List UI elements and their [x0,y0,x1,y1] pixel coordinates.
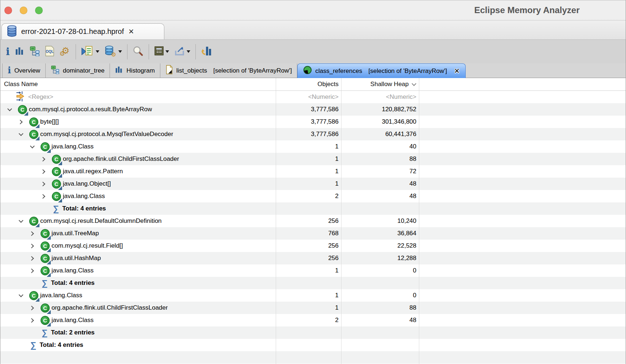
search-button[interactable] [130,43,146,61]
view-tab-Histogram[interactable]: Histogram [110,63,160,78]
shallow-heap-value: 88 [341,153,419,165]
heap-dump-details-button[interactable]: ⚙ [102,43,125,61]
column-header-objects[interactable]: Objects [276,78,341,90]
main-toolbar: i OQL ⚙⚙ [0,39,626,63]
empty-row [0,351,626,364]
overview-info-button[interactable]: i [3,43,12,61]
shallow-heap-value: 88 [341,302,419,314]
column-header-class-name[interactable]: Class Name [0,78,276,90]
class-name-label: java.lang.Class [51,267,93,274]
expand-chevron-icon[interactable] [28,319,36,322]
zoom-window-button[interactable] [35,7,43,14]
class-name-cell: ∑Total: 4 entries [0,202,276,215]
expand-chevron-icon[interactable] [40,182,47,186]
class-name-cell: Ccom.mysql.cj.protocol.a.MysqlTextValueD… [0,128,276,140]
open-oql-studio-button[interactable]: OQL [42,43,57,61]
view-tab-class_references[interactable]: class_references[selection of 'ByteArray… [297,63,466,78]
column-header-shallow-heap[interactable]: Shallow Heap [341,78,419,90]
expand-chevron-icon[interactable] [17,120,24,124]
expand-chevron-icon[interactable] [28,244,36,248]
tree-row[interactable]: Cbyte[][]3,777,586301,346,800 [0,116,626,128]
class-name-label: java.util.regex.Pattern [63,168,123,175]
dominator-tree-button[interactable] [27,43,42,61]
create-histogram-button[interactable] [12,43,27,61]
compare-to-another-heap-dump-button[interactable] [198,43,214,61]
expand-chevron-icon[interactable] [28,306,36,310]
dropdown-arrow-icon [165,50,169,53]
collapse-chevron-icon[interactable] [17,133,24,135]
tree-row[interactable]: Corg.apache.flink.util.ChildFirstClassLo… [0,302,626,314]
tree-row[interactable]: Cjava.util.HashMap25612,288 [0,252,626,264]
tree-row[interactable]: Cjava.util.TreeMap76836,864 [0,227,626,240]
expand-chevron-icon[interactable] [28,232,36,235]
view-tab-close-icon[interactable]: ✕ [454,67,460,74]
collapse-chevron-icon[interactable] [17,295,24,297]
class-name-label: byte[][] [40,118,59,125]
view-tab-dominator_tree[interactable]: dominator_tree [46,63,110,78]
collapse-chevron-icon[interactable] [6,109,13,111]
objects-filter-field[interactable]: <Numeric> [276,91,341,103]
expand-chevron-icon[interactable] [40,158,47,161]
class-icon: C [41,241,50,251]
tree-row[interactable]: Ccom.mysql.cj.result.Field[]25622,528 [0,240,626,252]
tree-row[interactable]: Cjava.lang.Class248 [0,314,626,326]
class-icon: C [41,254,50,263]
class-name-label: org.apache.flink.util.ChildFirstClassLoa… [63,155,179,163]
shallow-heap-value: 12,288 [341,252,419,264]
tree-row[interactable]: Cjava.lang.Object[]148 [0,178,626,190]
calculator-button[interactable] [152,43,172,61]
close-window-button[interactable] [4,7,12,14]
open-query-browser-button[interactable] [79,43,102,61]
expand-chevron-icon[interactable] [40,195,47,198]
export-button[interactable] [172,43,193,61]
class-name-label: com.mysql.cj.protocol.a.MysqlTextValueDe… [40,131,173,138]
tree-row[interactable]: Cjava.util.regex.Pattern172 [0,165,626,178]
view-tab-Overview[interactable]: iOverview [2,63,46,78]
collapse-chevron-icon[interactable] [28,146,36,148]
class-name-label: com.mysql.cj.result.Field[] [51,242,123,249]
svg-text:⚙: ⚙ [111,51,116,57]
window-title: Eclipse Memory Analyzer [474,5,580,15]
dropdown-arrow-icon [118,50,122,53]
class-name-label: java.lang.Class [51,143,93,150]
class-name-filter-field[interactable]: <Regex> [0,91,276,103]
result-view-tab-bar: iOverviewdominator_treeHistogramlist_obj… [0,63,626,78]
class-name-cell: ∑Total: 4 entries [0,277,276,289]
shallow-heap-value: 36,864 [341,227,419,240]
view-tab-label: Overview [14,67,40,74]
toolbar-separator [149,44,149,59]
tree-row[interactable]: Cjava.lang.Class248 [0,190,626,202]
tree-row[interactable]: Ccom.mysql.cj.protocol.a.MysqlTextValueD… [0,128,626,140]
objects-value: 256 [276,252,341,264]
editor-tab-close-icon[interactable]: ✕ [128,28,134,35]
class-name-cell: Ccom.mysql.cj.result.DefaultColumnDefini… [0,215,276,227]
editor-tab-heap-file[interactable]: error-2021-07-28-01.heap.hprof ✕ [1,23,164,39]
class-icon: C [18,105,27,114]
class-name-cell: Cjava.lang.Class [0,314,276,326]
tree-row[interactable]: Cjava.lang.Class10 [0,289,626,302]
class-name-label: java.util.HashMap [51,255,101,262]
class-name-cell: ∑Total: 2 entries [0,326,276,339]
shallow-heap-filter-field[interactable]: <Numeric> [341,91,419,103]
tree-row[interactable]: Cjava.lang.Class140 [0,140,626,153]
minimize-window-button[interactable] [20,7,27,14]
view-tab-label: list_objects [176,67,207,74]
tree-row[interactable]: Ccom.mysql.cj.protocol.a.result.ByteArra… [0,103,626,116]
class-name-cell: Corg.apache.flink.util.ChildFirstClassLo… [0,153,276,165]
expand-chevron-icon[interactable] [40,170,47,173]
view-tab-list_objects[interactable]: list_objects[selection of 'ByteArrayRow'… [160,63,297,78]
view-tab-detail: [selection of 'ByteArrayRow'] [369,67,447,75]
class-icon: C [29,130,38,139]
expand-chevron-icon[interactable] [28,269,36,272]
thread-overview-button[interactable]: ⚙⚙ [57,43,73,61]
tree-row[interactable]: Corg.apache.flink.util.ChildFirstClassLo… [0,153,626,165]
class-icon: C [29,217,38,226]
class-icon: C [41,266,50,275]
expand-chevron-icon[interactable] [28,257,36,260]
objects-value: 256 [276,240,341,252]
collapse-chevron-icon[interactable] [17,220,24,222]
class-name-label: com.mysql.cj.protocol.a.result.ByteArray… [29,106,152,113]
tree-row[interactable]: Cjava.lang.Class10 [0,264,626,277]
class-name-cell: Cjava.lang.Class [0,289,276,302]
tree-row[interactable]: Ccom.mysql.cj.result.DefaultColumnDefini… [0,215,626,227]
